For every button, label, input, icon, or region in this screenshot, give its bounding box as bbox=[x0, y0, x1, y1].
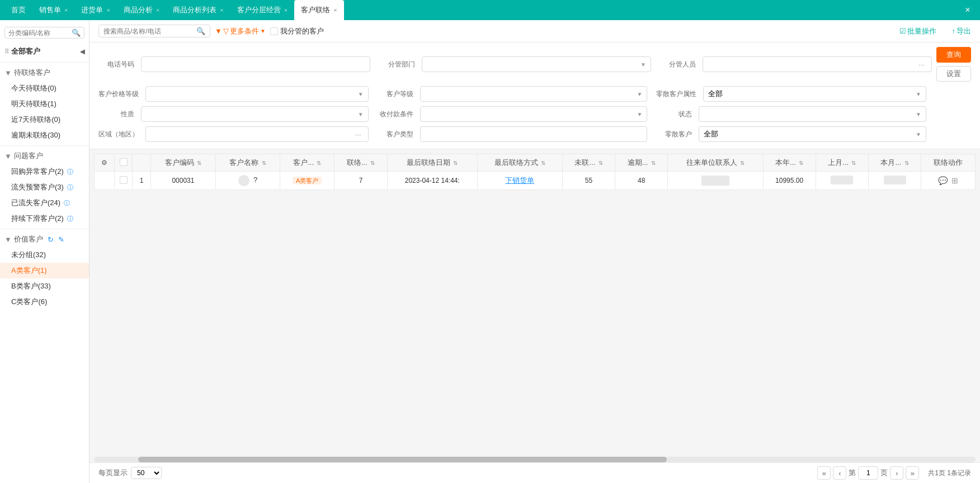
cell-checkbox[interactable] bbox=[115, 172, 133, 190]
close-customer-contact-tab[interactable]: × bbox=[333, 0, 337, 20]
col-this-year[interactable]: 本年... ⇅ bbox=[763, 154, 816, 172]
query-button[interactable]: 查询 bbox=[936, 47, 971, 63]
nav-customer-tier[interactable]: 客户分层经营 × bbox=[230, 0, 294, 20]
sidebar-group-value[interactable]: ▼ 价值客户 ↻ ✎ bbox=[0, 231, 89, 247]
customer-level-label: 客户等级 bbox=[378, 89, 417, 99]
price-level-select[interactable]: ▼ bbox=[145, 86, 369, 102]
filter-icon: ▽ bbox=[223, 27, 229, 35]
nav-purchase[interactable]: 进货单 × bbox=[74, 0, 116, 20]
col-last-month[interactable]: 上月... ⇅ bbox=[816, 154, 868, 172]
col-this-month[interactable]: 本月... ⇅ bbox=[868, 154, 921, 172]
sidebar-item-lost[interactable]: 已流失客户(24) ⓘ bbox=[0, 195, 89, 211]
sidebar-item-declining[interactable]: 持续下滑客户(2) ⓘ bbox=[0, 211, 89, 226]
col-code[interactable]: 客户编码 ⇅ bbox=[151, 154, 215, 172]
sidebar-all-customers[interactable]: ⠿ 全部客户 ◀ bbox=[0, 43, 89, 60]
sort-no-contact-icon: ⇅ bbox=[599, 160, 603, 166]
sidebar-item-overdue[interactable]: 逾期未联络(30) bbox=[0, 127, 89, 143]
col-no-contact[interactable]: 未联... ⇅ bbox=[562, 154, 615, 172]
next-page-button[interactable]: › bbox=[890, 466, 903, 480]
cell-last-method[interactable]: 下销货单 bbox=[477, 172, 562, 190]
my-customers-checkbox[interactable]: 我分管的客户 bbox=[270, 26, 324, 36]
sidebar-search-input[interactable] bbox=[8, 29, 72, 37]
nav-product-analysis-list[interactable]: 商品分析列表 × bbox=[166, 0, 230, 20]
sidebar-item-loss-warning[interactable]: 流失预警客户(3) ⓘ bbox=[0, 179, 89, 195]
sidebar-item-today[interactable]: 今天待联络(0) bbox=[0, 80, 89, 96]
manager-dots-icon[interactable]: ··· bbox=[916, 60, 927, 69]
pending-arrow-icon: ▼ bbox=[4, 69, 12, 77]
advanced-filter: 电话号码 分管部门 ▼ 分管人员 ··· bbox=[89, 42, 980, 149]
sidebar-search-box[interactable]: 🔍 bbox=[4, 27, 84, 39]
col-checkbox-all[interactable] bbox=[115, 154, 133, 172]
filter-search-input[interactable] bbox=[103, 27, 196, 35]
sidebar-collapse-icon[interactable]: ◀ bbox=[80, 48, 84, 55]
manager-select[interactable]: ··· bbox=[703, 56, 932, 72]
sidebar-item-abnormal-repurchase[interactable]: 回购异常客户(2) ⓘ bbox=[0, 164, 89, 179]
payment-select[interactable]: ▼ bbox=[420, 106, 648, 122]
sidebar-item-a-class[interactable]: A类客户(1) bbox=[0, 263, 89, 278]
qr-icon[interactable]: ⊞ bbox=[951, 176, 958, 185]
close-purchase-tab[interactable]: × bbox=[106, 0, 110, 20]
select-all-checkbox[interactable] bbox=[120, 158, 128, 166]
close-product-analysis-list-tab[interactable]: × bbox=[220, 0, 223, 20]
sidebar-group-problem[interactable]: ▼ 问题客户 bbox=[0, 148, 89, 164]
filter-row-1: 电话号码 分管部门 ▼ 分管人员 ··· bbox=[98, 47, 971, 82]
settings-button[interactable]: 设置 bbox=[936, 66, 971, 82]
last-page-button[interactable]: » bbox=[906, 466, 919, 480]
col-contact-count[interactable]: 联络... ⇅ bbox=[334, 154, 387, 172]
window-close-button[interactable]: × bbox=[960, 2, 976, 18]
price-level-label: 客户价格等级 bbox=[98, 89, 142, 99]
value-edit-icon[interactable]: ✎ bbox=[58, 235, 64, 244]
sidebar-search-icon[interactable]: 🔍 bbox=[72, 29, 81, 37]
more-filters-arrow-icon: ▼ bbox=[260, 28, 266, 34]
nature-select[interactable]: ▼ bbox=[141, 106, 369, 122]
prev-page-button[interactable]: ‹ bbox=[833, 466, 846, 480]
customer-type-label: 客户类型 bbox=[378, 130, 417, 139]
col-unit-contact[interactable]: 往来单位联系人 ⇅ bbox=[668, 154, 763, 172]
col-last-date[interactable]: 最后联络日期 ⇅ bbox=[387, 154, 477, 172]
phone-input[interactable] bbox=[141, 56, 370, 72]
filter-search-box[interactable]: 🔍 bbox=[98, 25, 210, 37]
region-select[interactable]: ··· bbox=[145, 126, 369, 142]
retail-attr-select[interactable]: 全部 ▼ bbox=[703, 86, 926, 102]
close-customer-tier-tab[interactable]: × bbox=[284, 0, 288, 20]
export-button[interactable]: ↑ 导出 bbox=[952, 26, 972, 36]
customer-level-select[interactable]: ▼ bbox=[420, 86, 648, 102]
status-select[interactable]: ▼ bbox=[699, 106, 926, 122]
col-name[interactable]: 客户名称 ⇅ bbox=[215, 154, 280, 172]
col-gear[interactable]: ⚙ bbox=[95, 154, 115, 172]
row-checkbox[interactable] bbox=[120, 176, 128, 184]
close-product-analysis-tab[interactable]: × bbox=[156, 0, 159, 20]
retail-customer-select[interactable]: 全部 ▼ bbox=[699, 126, 926, 142]
bottom-bar: 每页显示 50 100 200 « ‹ 第 页 › » 共1页 1条记录 bbox=[89, 462, 980, 483]
nav-product-analysis[interactable]: 商品分析 × bbox=[117, 0, 166, 20]
sidebar-item-ungrouped[interactable]: 未分组(32) bbox=[0, 247, 89, 263]
sidebar-item-7days[interactable]: 近7天待联络(0) bbox=[0, 112, 89, 127]
chat-icon[interactable]: 💬 bbox=[938, 176, 948, 185]
nav-sales[interactable]: 销售单 × bbox=[32, 0, 74, 20]
sidebar-group-pending[interactable]: ▼ 待联络客户 bbox=[0, 65, 89, 80]
nav-customer-contact[interactable]: 客户联络 × bbox=[294, 0, 343, 20]
nav-home[interactable]: 首页 bbox=[4, 0, 32, 20]
page-size-select[interactable]: 50 100 200 bbox=[131, 467, 162, 479]
value-refresh-icon[interactable]: ↻ bbox=[48, 235, 54, 244]
last-method-link[interactable]: 下销货单 bbox=[505, 176, 534, 184]
scroll-thumb[interactable] bbox=[138, 457, 667, 462]
batch-operation-button[interactable]: ☑ 批量操作 bbox=[899, 26, 936, 36]
filter-search-icon[interactable]: 🔍 bbox=[196, 27, 205, 35]
sidebar-item-tomorrow[interactable]: 明天待联络(1) bbox=[0, 96, 89, 112]
col-type[interactable]: 客户... ⇅ bbox=[280, 154, 334, 172]
sidebar-item-c-class[interactable]: C类客户(6) bbox=[0, 294, 89, 310]
filter-dept: 分管部门 ▼ bbox=[379, 56, 651, 72]
region-dots-icon[interactable]: ··· bbox=[353, 130, 364, 139]
more-filters-button[interactable]: ▼ ▽ 更多条件 ▼ bbox=[215, 26, 266, 36]
page-number-input[interactable] bbox=[858, 466, 878, 480]
cell-this-month bbox=[868, 172, 921, 190]
dept-select[interactable]: ▼ bbox=[422, 56, 651, 72]
col-last-method[interactable]: 最后联络方式 ⇅ bbox=[477, 154, 562, 172]
close-sales-tab[interactable]: × bbox=[64, 0, 68, 20]
my-customers-check-icon[interactable] bbox=[270, 27, 278, 35]
sidebar-item-b-class[interactable]: B类客户(33) bbox=[0, 278, 89, 294]
col-overdue[interactable]: 逾期... ⇅ bbox=[615, 154, 668, 172]
first-page-button[interactable]: « bbox=[817, 466, 831, 480]
horizontal-scrollbar[interactable] bbox=[89, 457, 980, 462]
